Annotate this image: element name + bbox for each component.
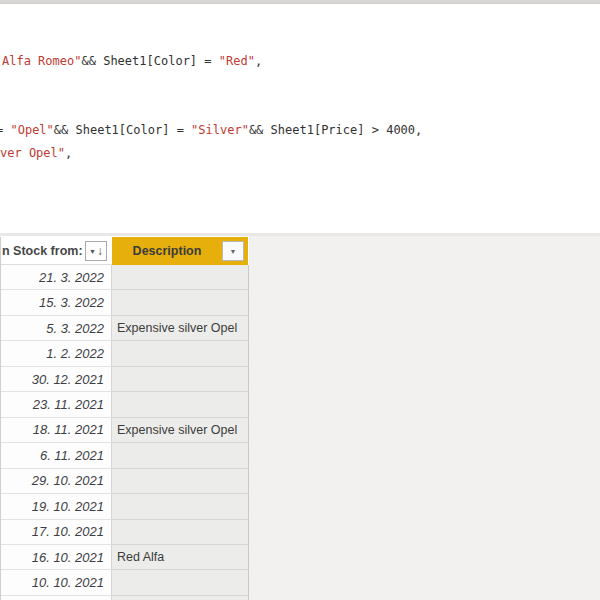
cell-description[interactable] (112, 469, 249, 494)
dax-string-literal: "Silver" (191, 123, 249, 137)
table-row: 10. 10. 2021 (0, 570, 249, 595)
column-header-label: Description (112, 244, 222, 258)
cell-description[interactable] (112, 596, 249, 600)
cell-in-stock-from[interactable] (0, 596, 112, 600)
cell-description[interactable] (112, 265, 249, 290)
dax-string-literal: "Red" (219, 54, 255, 68)
cell-description[interactable] (112, 367, 249, 392)
cell-in-stock-from[interactable]: 17. 10. 2021 (0, 520, 112, 545)
column-dropdown-button[interactable]: ▼ (222, 241, 244, 261)
cell-description[interactable] (112, 443, 249, 468)
cell-in-stock-from[interactable]: 6. 11. 2021 (0, 443, 112, 468)
table-row: 23. 11. 2021 (0, 392, 249, 417)
cell-in-stock-from[interactable]: 10. 10. 2021 (0, 570, 112, 595)
dax-code-line: Alfa Romeo"&& Sheet1[Color] = "Red", (2, 53, 262, 70)
cell-description[interactable]: Red Alfa (112, 545, 249, 570)
data-table: n Stock from: ▼ ↓ Description ▼ 21. 3. 2… (0, 237, 249, 600)
cell-description[interactable] (112, 392, 249, 417)
table-rows: 21. 3. 202215. 3. 20225. 3. 2022Expensiv… (0, 265, 249, 600)
window-top-strip (0, 0, 600, 4)
table-row: 30. 12. 2021 (0, 367, 249, 392)
sort-triangle-glyph: ▼ (89, 248, 96, 255)
column-header-label: n Stock from: (2, 237, 83, 265)
cell-in-stock-from[interactable]: 5. 3. 2022 (0, 316, 112, 341)
cell-in-stock-from[interactable]: 23. 11. 2021 (0, 392, 112, 417)
cell-in-stock-from[interactable]: 1. 2. 2022 (0, 341, 112, 366)
cell-description[interactable] (112, 290, 249, 315)
dax-code-text: && Sheet1[Color] = (54, 123, 191, 137)
dax-code-line: ver Opel", (0, 145, 72, 162)
dax-formula-editor[interactable]: Alfa Romeo"&& Sheet1[Color] = "Red",= "O… (0, 5, 600, 233)
cell-in-stock-from[interactable]: 30. 12. 2021 (0, 367, 112, 392)
column-header-in-stock-from[interactable]: n Stock from: ▼ ↓ (0, 237, 112, 265)
table-header-row: n Stock from: ▼ ↓ Description ▼ (0, 237, 249, 265)
table-row: 29. 10. 2021 (0, 469, 249, 494)
dax-code-text: = (0, 123, 10, 137)
chevron-down-icon: ▼ (230, 248, 237, 255)
table-row: 19. 10. 2021 (0, 494, 249, 519)
table-row: 21. 3. 2022 (0, 265, 249, 290)
dax-code-text: && Sheet1[Price] > 4000, (249, 123, 422, 137)
table-row: 15. 3. 2022 (0, 290, 249, 315)
table-left-border (0, 237, 1, 600)
cell-in-stock-from[interactable]: 16. 10. 2021 (0, 545, 112, 570)
table-row: 18. 11. 2021Expensive silver Opel (0, 418, 249, 443)
sort-arrow-glyph: ↓ (97, 245, 103, 257)
cell-in-stock-from[interactable]: 29. 10. 2021 (0, 469, 112, 494)
data-view-empty-canvas (249, 236, 600, 600)
dax-code-text: , (65, 146, 72, 160)
table-row: 1. 2. 2022 (0, 341, 249, 366)
cell-in-stock-from[interactable]: 18. 11. 2021 (0, 418, 112, 443)
dax-string-literal: ver Opel" (0, 146, 65, 160)
sort-descending-icon[interactable]: ▼ ↓ (85, 241, 107, 261)
cell-in-stock-from[interactable]: 21. 3. 2022 (0, 265, 112, 290)
table-row: 5. 3. 2022Expensive silver Opel (0, 316, 249, 341)
cell-description[interactable] (112, 341, 249, 366)
table-row (0, 596, 249, 600)
table-row: 6. 11. 2021 (0, 443, 249, 468)
dax-string-literal: "Opel" (10, 123, 53, 137)
dax-code-text: && Sheet1[Color] = (81, 54, 218, 68)
cell-description[interactable] (112, 520, 249, 545)
cell-in-stock-from[interactable]: 15. 3. 2022 (0, 290, 112, 315)
cell-description[interactable] (112, 570, 249, 595)
column-header-description[interactable]: Description ▼ (112, 237, 248, 265)
cell-in-stock-from[interactable]: 19. 10. 2021 (0, 494, 112, 519)
table-row: 16. 10. 2021Red Alfa (0, 545, 249, 570)
cell-description[interactable]: Expensive silver Opel (112, 316, 249, 341)
table-row: 17. 10. 2021 (0, 520, 249, 545)
dax-string-literal: Alfa Romeo" (2, 54, 81, 68)
dax-code-line: = "Opel"&& Sheet1[Color] = "Silver"&& Sh… (0, 122, 422, 139)
dax-code-text: , (255, 54, 262, 68)
cell-description[interactable] (112, 494, 249, 519)
cell-description[interactable]: Expensive silver Opel (112, 418, 249, 443)
